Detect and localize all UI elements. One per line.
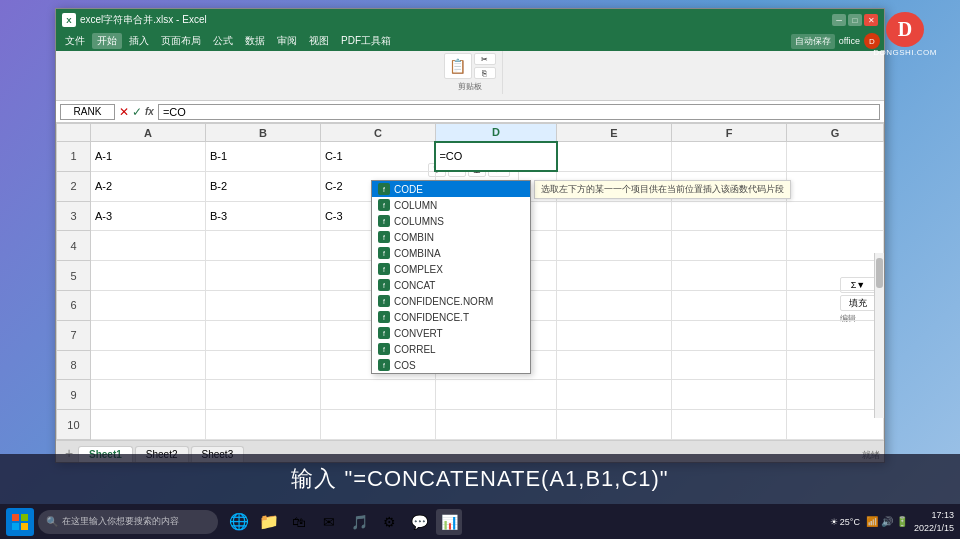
taskbar-chat-icon[interactable]: 💬 bbox=[406, 509, 432, 535]
spreadsheet-area: A B C D E F G 1 A-1 B-1 C-1 =CO bbox=[56, 123, 884, 440]
autocomplete-item-column[interactable]: f COLUMN bbox=[372, 197, 530, 213]
autocomplete-label-cos: COS bbox=[394, 360, 416, 371]
cell-g3[interactable] bbox=[787, 201, 884, 231]
cut-button[interactable]: ✂ bbox=[474, 53, 496, 65]
taskbar-excel-icon[interactable]: 📊 bbox=[436, 509, 462, 535]
autocomplete-item-combina[interactable]: f COMBINA bbox=[372, 245, 530, 261]
taskbar-mail-icon[interactable]: ✉ bbox=[316, 509, 342, 535]
cell-a4[interactable] bbox=[90, 231, 205, 261]
battery-icon[interactable]: 🔋 bbox=[896, 516, 908, 527]
autocomplete-item-complex[interactable]: f COMPLEX bbox=[372, 261, 530, 277]
func-icon-cos: f bbox=[378, 359, 390, 371]
autocomplete-label-conf-norm: CONFIDENCE.NORM bbox=[394, 296, 493, 307]
func-icon-combin: f bbox=[378, 231, 390, 243]
cell-g1[interactable] bbox=[787, 142, 884, 172]
right-scrollbar[interactable] bbox=[874, 253, 884, 418]
cell-a2[interactable]: A-2 bbox=[90, 171, 205, 201]
autocomplete-item-columns[interactable]: f COLUMNS bbox=[372, 213, 530, 229]
row-header-3: 3 bbox=[57, 201, 91, 231]
search-icon: 🔍 bbox=[46, 516, 58, 527]
clock-time: 17:13 bbox=[914, 509, 954, 522]
svg-rect-2 bbox=[12, 523, 19, 530]
row-header-4: 4 bbox=[57, 231, 91, 261]
cell-a3[interactable]: A-3 bbox=[90, 201, 205, 231]
col-header-d[interactable]: D bbox=[435, 124, 556, 142]
cell-g2[interactable] bbox=[787, 171, 884, 201]
clock-date: 2022/1/15 bbox=[914, 522, 954, 535]
network-icon[interactable]: 📶 bbox=[866, 516, 878, 527]
weather-widget: ☀ 25°C bbox=[830, 517, 860, 527]
taskbar-store-icon[interactable]: 🛍 bbox=[286, 509, 312, 535]
cell-b3[interactable]: B-3 bbox=[205, 201, 320, 231]
func-icon-concat: f bbox=[378, 279, 390, 291]
col-header-e[interactable]: E bbox=[557, 124, 672, 142]
autocomplete-item-correl[interactable]: f CORREL bbox=[372, 341, 530, 357]
autocomplete-item-cos[interactable]: f COS bbox=[372, 357, 530, 373]
taskbar-clock[interactable]: 17:13 2022/1/15 bbox=[914, 509, 954, 534]
menu-review[interactable]: 审阅 bbox=[272, 33, 302, 49]
start-button[interactable] bbox=[6, 508, 34, 536]
menu-view[interactable]: 视图 bbox=[304, 33, 334, 49]
cell-b2[interactable]: B-2 bbox=[205, 171, 320, 201]
autocomplete-dropdown[interactable]: f CODE f COLUMN f COLUMNS f COMBIN f COM… bbox=[371, 180, 531, 374]
auto-save-btn[interactable]: 自动保存 bbox=[791, 34, 835, 49]
clipboard-btns: 📋 ✂ ⎘ bbox=[444, 53, 496, 79]
col-header-b[interactable]: B bbox=[205, 124, 320, 142]
menu-file[interactable]: 文件 bbox=[60, 33, 90, 49]
ribbon: 📋 ✂ ⎘ 剪贴板 等线 11 A↑ A↓ B I U ⊞ A A bbox=[56, 51, 884, 101]
menu-pagelayout[interactable]: 页面布局 bbox=[156, 33, 206, 49]
cell-e3[interactable] bbox=[557, 201, 672, 231]
windows-icon bbox=[12, 514, 28, 530]
menu-data[interactable]: 数据 bbox=[240, 33, 270, 49]
cell-d1[interactable]: =CO bbox=[435, 142, 556, 172]
col-header-f[interactable]: F bbox=[672, 124, 787, 142]
autocomplete-label-combina: COMBINA bbox=[394, 248, 441, 259]
autocomplete-item-concat[interactable]: f CONCAT bbox=[372, 277, 530, 293]
formula-cancel-icon[interactable]: ✕ bbox=[119, 105, 129, 119]
taskbar-music-icon[interactable]: 🎵 bbox=[346, 509, 372, 535]
minimize-button[interactable]: ─ bbox=[832, 14, 846, 26]
col-header-c[interactable]: C bbox=[320, 124, 435, 142]
autocomplete-item-code[interactable]: f CODE bbox=[372, 181, 530, 197]
formula-fx-icon[interactable]: fx bbox=[145, 106, 154, 117]
maximize-button[interactable]: □ bbox=[848, 14, 862, 26]
autocomplete-item-conf-t[interactable]: f CONFIDENCE.T bbox=[372, 309, 530, 325]
col-header-g[interactable]: G bbox=[787, 124, 884, 142]
cell-a1[interactable]: A-1 bbox=[90, 142, 205, 172]
autocomplete-label-code: CODE bbox=[394, 184, 423, 195]
autocomplete-label-combin: COMBIN bbox=[394, 232, 434, 243]
menu-insert[interactable]: 插入 bbox=[124, 33, 154, 49]
cell-c1[interactable]: C-1 bbox=[320, 142, 435, 172]
subtitle-bar: 输入 "=CONCATENATE(A1,B1,C1)" bbox=[0, 454, 960, 504]
menu-formulas[interactable]: 公式 bbox=[208, 33, 238, 49]
volume-icon[interactable]: 🔊 bbox=[881, 516, 893, 527]
menu-pdf[interactable]: PDF工具箱 bbox=[336, 33, 396, 49]
logo-area: D DONGSHI.COM bbox=[870, 12, 940, 57]
copy-button[interactable]: ⎘ bbox=[474, 67, 496, 79]
menu-home[interactable]: 开始 bbox=[92, 33, 122, 49]
formula-confirm-icon[interactable]: ✓ bbox=[132, 105, 142, 119]
scrollbar-thumb[interactable] bbox=[876, 258, 883, 288]
name-box[interactable] bbox=[60, 104, 115, 120]
func-icon-complex: f bbox=[378, 263, 390, 275]
menu-bar: 文件 开始 插入 页面布局 公式 数据 审阅 视图 PDF工具箱 自动保存 of… bbox=[56, 31, 884, 51]
func-icon-correl: f bbox=[378, 343, 390, 355]
taskbar-settings-icon[interactable]: ⚙ bbox=[376, 509, 402, 535]
autocomplete-item-combin[interactable]: f COMBIN bbox=[372, 229, 530, 245]
autocomplete-item-conf-norm[interactable]: f CONFIDENCE.NORM bbox=[372, 293, 530, 309]
svg-rect-1 bbox=[21, 514, 28, 521]
cell-f3[interactable] bbox=[672, 201, 787, 231]
col-header-a[interactable]: A bbox=[90, 124, 205, 142]
logo-brand-text: DONGSHI.COM bbox=[873, 48, 937, 57]
autocomplete-label-conf-t: CONFIDENCE.T bbox=[394, 312, 469, 323]
taskbar-folder-icon[interactable]: 📁 bbox=[256, 509, 282, 535]
func-icon-combina: f bbox=[378, 247, 390, 259]
autocomplete-item-convert[interactable]: f CONVERT bbox=[372, 325, 530, 341]
taskbar-search-box[interactable]: 🔍 在这里输入你想要搜索的内容 bbox=[38, 510, 218, 534]
paste-button[interactable]: 📋 bbox=[444, 53, 472, 79]
taskbar-edge-icon[interactable]: 🌐 bbox=[226, 509, 252, 535]
cell-f1[interactable] bbox=[672, 142, 787, 172]
formula-input[interactable] bbox=[158, 104, 880, 120]
cell-b1[interactable]: B-1 bbox=[205, 142, 320, 172]
cell-e1[interactable] bbox=[557, 142, 672, 172]
